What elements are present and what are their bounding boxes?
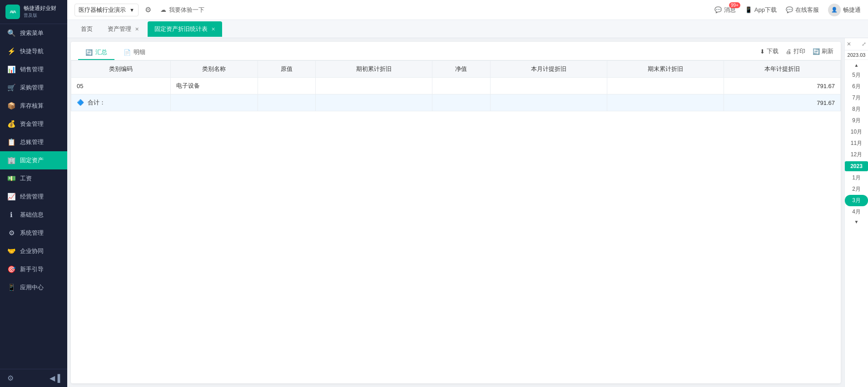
sidebar-footer: ⚙ ◀▐: [0, 369, 67, 387]
total-expand-icon[interactable]: 🔷: [77, 99, 84, 106]
col-initial-accum: 期初累计折旧: [316, 61, 432, 78]
month-7[interactable]: 7月: [845, 92, 868, 104]
sidebar-item-label: 固定资产: [20, 156, 44, 164]
sidebar-item-ledger[interactable]: 📋 总账管理: [0, 133, 67, 151]
month-11[interactable]: 11月: [845, 138, 868, 149]
basicinfo-icon: ℹ: [7, 211, 15, 219]
subtab-detail[interactable]: 📄 明细: [116, 45, 153, 60]
month-3-active[interactable]: 3月: [845, 195, 868, 206]
tab-assets-mgmt[interactable]: 资产管理 ✕: [101, 21, 146, 37]
col-name: 类别名称: [170, 61, 258, 78]
month-5[interactable]: 5月: [845, 69, 868, 81]
messages-button[interactable]: 💬 消息 99+: [714, 6, 736, 14]
quicknav-icon: ⚡: [7, 47, 15, 55]
month-12[interactable]: 12月: [845, 149, 868, 160]
sidebar-item-quicknav[interactable]: ⚡ 快捷导航: [0, 42, 67, 60]
print-icon: 🖨: [786, 48, 792, 55]
sidebar-item-label: 销售管理: [20, 65, 44, 74]
month-2[interactable]: 2月: [845, 184, 868, 195]
cell-code: 05: [71, 78, 171, 94]
search-icon: 🔍: [7, 29, 15, 37]
month-4[interactable]: 4月: [845, 206, 868, 218]
nav-up-button[interactable]: ▲: [845, 61, 868, 69]
sidebar-item-label: 库存核算: [20, 102, 44, 110]
customer-service-button[interactable]: 💬 在线客服: [786, 6, 819, 14]
download-button[interactable]: ⬇ 下载: [760, 47, 779, 55]
sidebar-item-assets[interactable]: 🏢 固定资产: [0, 151, 67, 169]
logo-sub: 普及版: [24, 12, 56, 19]
sidebar-item-label: 系统管理: [20, 229, 44, 237]
app-logo: AtA 畅捷通好业财 普及版: [0, 0, 67, 24]
sidebar-item-label: 搜索菜单: [20, 29, 44, 37]
month-9[interactable]: 9月: [845, 115, 868, 126]
sidebar-item-guide[interactable]: 🎯 新手引导: [0, 260, 67, 278]
subtab-bar: 🔄 汇总 📄 明细 ⬇ 下载 🖨 打印: [71, 42, 841, 60]
sales-icon: 📊: [7, 65, 15, 74]
total-label: 合计：: [88, 99, 105, 106]
tab-depreciation[interactable]: 固定资产折旧统计表 ✕: [148, 21, 222, 37]
sidebar-item-label: 基础信息: [20, 211, 44, 219]
sidebar-item-enterprise[interactable]: 🤝 企业协同: [0, 242, 67, 260]
close-panel-icon[interactable]: ✕: [847, 41, 851, 47]
company-selector[interactable]: 医疗器械行业演示 ▼: [74, 4, 139, 16]
sidebar-item-payroll[interactable]: 💵 工资: [0, 169, 67, 188]
sidebar-item-search[interactable]: 🔍 搜索菜单: [0, 24, 67, 42]
month-6[interactable]: 6月: [845, 81, 868, 92]
month-8[interactable]: 8月: [845, 104, 868, 115]
sidebar-item-label: 总账管理: [20, 138, 44, 146]
total-period-end-accum: [607, 94, 724, 111]
logo-icon: AtA: [5, 5, 20, 19]
settings-footer-icon[interactable]: ⚙: [7, 374, 14, 382]
col-net: 净值: [432, 61, 490, 78]
refresh-button[interactable]: 🔄 刷新: [813, 47, 833, 55]
download-label: 下载: [767, 47, 779, 55]
sidebar-item-label: 企业协同: [20, 247, 44, 255]
collapse-sidebar-icon[interactable]: ◀▐: [50, 374, 60, 382]
expand-panel-icon[interactable]: ⤢: [862, 41, 866, 47]
month-list: ▲ 5月 6月 7月 8月 9月 10月 11月 12月 2023 1月 2月 …: [845, 60, 868, 387]
subtab-summary[interactable]: 🔄 汇总: [78, 45, 114, 60]
month-1[interactable]: 1月: [845, 172, 868, 184]
logo-text: 畅捷通好业财: [24, 5, 56, 12]
col-monthly-depr: 本月计提折旧: [490, 61, 607, 78]
sidebar-item-inventory[interactable]: 📦 库存核算: [0, 97, 67, 115]
close-depreciation-tab-icon[interactable]: ✕: [211, 26, 215, 32]
subtab-left: 🔄 汇总 📄 明细: [78, 45, 153, 60]
sidebar-item-operations[interactable]: 📈 经营管理: [0, 188, 67, 206]
cell-period-end-accum: [607, 78, 724, 94]
sidebar-item-basicinfo[interactable]: ℹ 基础信息: [0, 206, 67, 224]
sidebar-item-purchase[interactable]: 🛒 采购管理: [0, 79, 67, 97]
close-assets-mgmt-tab-icon[interactable]: ✕: [135, 26, 139, 32]
total-row: 🔷 合计： 791.67: [71, 94, 841, 111]
app-download-button[interactable]: 📱 App下载: [745, 6, 777, 14]
total-name: [170, 94, 258, 111]
year-2023-marker: 2023: [845, 161, 868, 171]
download-icon: ⬇: [760, 48, 765, 55]
chevron-down-icon: ▼: [129, 7, 134, 13]
cloud-icon: ☁: [160, 6, 166, 13]
total-original: [258, 94, 315, 111]
sidebar-item-appcenter[interactable]: 📱 应用中心: [0, 278, 67, 297]
total-yearly-depr: 791.67: [724, 94, 840, 111]
tab-bar: 首页 资产管理 ✕ 固定资产折旧统计表 ✕: [67, 20, 868, 38]
total-net: [432, 94, 490, 111]
table-row: 05 电子设备 791.67: [71, 78, 841, 94]
cell-net: [432, 78, 490, 94]
topbar: 医疗器械行业演示 ▼ ⚙ ☁ 我要体验一下 💬 消息 99+ 📱 App下载 💬…: [67, 0, 868, 20]
experience-button[interactable]: ☁ 我要体验一下: [160, 6, 204, 14]
col-yearly-depr: 本年计提折旧: [724, 61, 840, 78]
user-profile[interactable]: 👤 畅捷通: [828, 4, 861, 16]
print-button[interactable]: 🖨 打印: [786, 47, 805, 55]
sidebar-nav: 🔍 搜索菜单 ⚡ 快捷导航 📊 销售管理 🛒 采购管理 📦 库存核算 💰 资金管…: [0, 24, 67, 369]
topbar-settings-icon[interactable]: ⚙: [143, 4, 153, 16]
tab-home[interactable]: 首页: [74, 21, 99, 37]
nav-down-button[interactable]: ▼: [845, 218, 868, 226]
sidebar-item-system[interactable]: ⚙ 系统管理: [0, 224, 67, 242]
ledger-icon: 📋: [7, 138, 15, 146]
sidebar-item-finance[interactable]: 💰 资金管理: [0, 115, 67, 133]
sidebar-item-sales[interactable]: 📊 销售管理: [0, 60, 67, 79]
month-10[interactable]: 10月: [845, 126, 868, 138]
finance-icon: 💰: [7, 120, 15, 128]
refresh-label: 刷新: [822, 47, 833, 55]
toolbar-right: ⬇ 下载 🖨 打印 🔄 刷新: [760, 47, 833, 58]
